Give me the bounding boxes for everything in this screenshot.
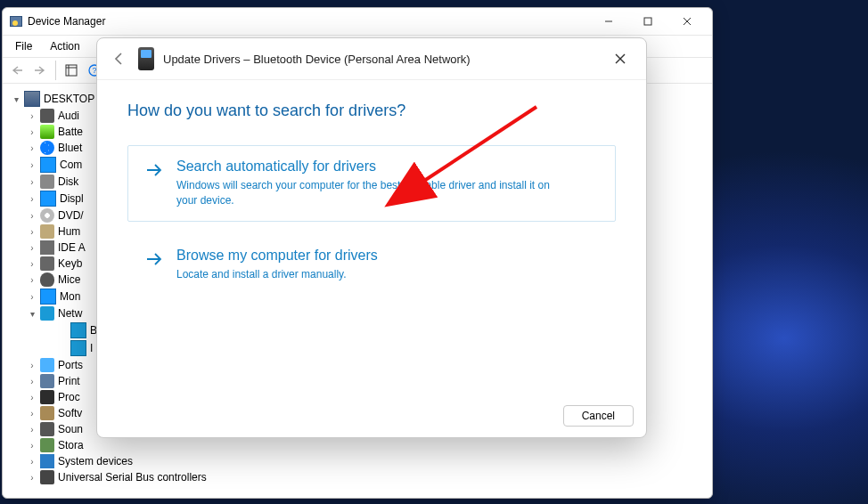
device-category-icon xyxy=(40,191,56,207)
chevron-icon[interactable]: › xyxy=(26,243,38,253)
dialog-close-button[interactable] xyxy=(605,45,635,72)
maximize-button[interactable] xyxy=(628,9,667,34)
device-category-icon xyxy=(40,109,54,123)
arrow-right-icon xyxy=(144,160,164,208)
option-browse-computer[interactable]: Browse my computer for drivers Locate an… xyxy=(127,234,616,296)
tree-item-label: Universal Serial Bus controllers xyxy=(58,471,207,484)
device-category-icon xyxy=(40,240,54,255)
tree-item-label: Mon xyxy=(60,290,80,303)
device-icon xyxy=(70,322,86,338)
device-category-icon xyxy=(40,406,54,420)
tree-item-sys[interactable]: ›System devices xyxy=(8,453,707,469)
dialog-heading: How do you want to search for drivers? xyxy=(127,102,616,120)
chevron-icon[interactable]: ▾ xyxy=(26,309,38,319)
toolbar-properties-icon[interactable] xyxy=(61,60,82,81)
arrow-right-icon xyxy=(144,249,164,282)
device-category-icon xyxy=(40,157,56,173)
tree-item-label: System devices xyxy=(58,455,133,467)
device-category-icon xyxy=(40,306,54,321)
tree-item-label: Disk xyxy=(58,175,78,188)
chevron-icon[interactable]: › xyxy=(26,194,38,204)
chevron-icon[interactable]: › xyxy=(26,160,38,170)
chevron-icon[interactable]: › xyxy=(26,393,38,402)
option-description: Windows will search your computer for th… xyxy=(176,178,551,208)
tree-item-label: IDE A xyxy=(58,241,86,254)
chevron-icon[interactable]: › xyxy=(26,473,38,483)
tree-item-label: Proc xyxy=(58,391,80,403)
chevron-icon[interactable]: › xyxy=(26,292,38,302)
device-category-icon xyxy=(40,422,54,436)
chevron-icon[interactable]: › xyxy=(26,457,38,467)
tree-item-label: I xyxy=(90,342,93,354)
tree-item-label: Stora xyxy=(58,439,84,451)
device-category-icon xyxy=(40,438,54,452)
menu-file[interactable]: File xyxy=(6,37,41,55)
chevron-icon[interactable]: › xyxy=(26,177,38,187)
tree-item-label: Soun xyxy=(58,423,83,435)
device-category-icon xyxy=(40,141,54,155)
tree-root-label: DESKTOP xyxy=(44,93,94,105)
device-category-icon xyxy=(40,272,54,287)
tree-item-label: Bluet xyxy=(58,142,82,154)
device-category-icon xyxy=(40,374,54,388)
chevron-icon[interactable]: › xyxy=(26,143,38,153)
tree-item-label: Displ xyxy=(60,192,84,205)
chevron-icon[interactable]: › xyxy=(26,425,38,435)
window-title: Device Manager xyxy=(28,15,105,28)
chevron-icon[interactable]: › xyxy=(26,441,38,451)
toolbar-separator xyxy=(55,61,56,80)
tree-item-stor[interactable]: ›Stora xyxy=(8,437,707,453)
app-icon xyxy=(8,14,22,28)
device-category-icon xyxy=(40,175,54,189)
dialog-back-button[interactable] xyxy=(108,47,131,70)
option-description: Locate and install a driver manually. xyxy=(176,267,378,282)
option-title: Browse my computer for drivers xyxy=(176,248,378,264)
chevron-icon[interactable]: › xyxy=(26,377,38,386)
device-icon xyxy=(70,340,86,356)
close-button[interactable] xyxy=(667,9,707,34)
device-category-icon xyxy=(40,125,54,139)
menu-action[interactable]: Action xyxy=(41,37,88,55)
device-category-icon xyxy=(40,289,56,305)
tree-item-label: Keyb xyxy=(58,257,82,270)
tree-item-label: Softv xyxy=(58,407,82,419)
svg-rect-1 xyxy=(644,18,651,25)
tree-item-label: Netw xyxy=(58,307,82,320)
device-category-icon xyxy=(40,470,54,484)
toolbar-forward-icon[interactable] xyxy=(29,60,51,81)
dialog-header: Update Drivers – Bluetooth Device (Perso… xyxy=(97,38,646,80)
option-search-automatically[interactable]: Search automatically for drivers Windows… xyxy=(127,145,616,222)
chevron-icon[interactable]: › xyxy=(26,211,38,221)
device-category-icon xyxy=(40,390,54,404)
tree-item-label: DVD/ xyxy=(58,209,84,222)
chevron-down-icon[interactable]: ▾ xyxy=(10,94,22,104)
tree-item-label: Com xyxy=(60,159,82,171)
tree-item-label: Mice xyxy=(58,273,80,286)
device-category-icon xyxy=(40,454,54,468)
cancel-button[interactable]: Cancel xyxy=(563,405,634,427)
svg-rect-4 xyxy=(66,65,77,76)
tree-item-label: Print xyxy=(58,375,80,387)
device-icon xyxy=(138,47,154,70)
chevron-icon[interactable]: › xyxy=(26,409,38,419)
tree-item-label: Hum xyxy=(58,225,80,238)
minimize-button[interactable] xyxy=(589,9,628,34)
dialog-title: Update Drivers – Bluetooth Device (Perso… xyxy=(163,53,471,66)
option-title: Search automatically for drivers xyxy=(176,159,551,175)
chevron-icon[interactable]: › xyxy=(26,127,38,137)
chevron-icon[interactable]: › xyxy=(26,111,38,121)
device-category-icon xyxy=(40,256,54,271)
tree-item-label: Batte xyxy=(58,126,83,138)
device-category-icon xyxy=(40,358,54,372)
update-drivers-dialog: Update Drivers – Bluetooth Device (Perso… xyxy=(96,37,647,438)
device-category-icon xyxy=(40,224,54,239)
chevron-icon[interactable]: › xyxy=(26,361,38,370)
toolbar-back-icon[interactable] xyxy=(6,60,28,81)
computer-icon xyxy=(24,91,40,107)
chevron-icon[interactable]: › xyxy=(26,227,38,237)
chevron-icon[interactable]: › xyxy=(26,275,38,285)
device-category-icon xyxy=(40,208,54,223)
chevron-icon[interactable]: › xyxy=(26,259,38,269)
tree-item-label: Ports xyxy=(58,359,83,371)
tree-item-usb[interactable]: ›Universal Serial Bus controllers xyxy=(8,469,707,485)
